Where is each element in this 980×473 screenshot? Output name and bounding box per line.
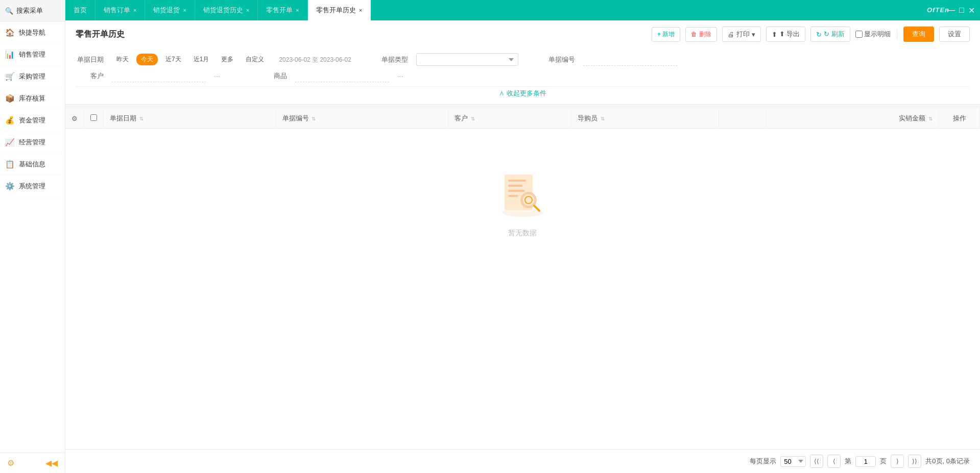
- column-settings-icon[interactable]: ⚙: [71, 115, 78, 122]
- tab-sales-return-history[interactable]: 销货退货历史 ×: [195, 0, 258, 20]
- tab-sales-return-close[interactable]: ×: [183, 7, 186, 13]
- collapse-sidebar-icon[interactable]: ◀◀: [45, 458, 58, 468]
- print-icon: 🖨: [728, 31, 734, 38]
- sidebar-item-label: 库存核算: [19, 94, 45, 103]
- filter-area: 单据日期 昨天 今天 近7天 近1月 更多 自定义 2023-06-02 至 2…: [76, 48, 970, 104]
- date-btn-today[interactable]: 今天: [136, 54, 158, 65]
- page-header: 零售开单历史 + 新增 🗑 删除 🖨 打印 ▾ ⬆ ⬆ 导出 ↻: [65, 20, 980, 105]
- home-icon: 🏠: [5, 28, 15, 37]
- goods-select-icon[interactable]: ···: [397, 72, 403, 80]
- sidebar: 🔍 搜索采单 🏠 快捷导航 📊 销售管理 🛒 采购管理 📦 库存核算 💰 资金管…: [0, 0, 65, 473]
- chart-icon: 📊: [5, 50, 15, 59]
- bill-no-input[interactable]: [583, 54, 677, 66]
- doc-icon: 📋: [5, 160, 15, 169]
- filter-row-2: 客户 ··· 商品 ···: [76, 70, 970, 82]
- refresh-button[interactable]: ↻ ↻ 刷新: [810, 27, 850, 42]
- date-filter-group: 昨天 今天 近7天 近1月 更多 自定义: [112, 54, 269, 65]
- sidebar-item-purchase-mgmt[interactable]: 🛒 采购管理: [0, 66, 65, 88]
- sidebar-item-label: 系统管理: [19, 182, 45, 191]
- per-page-select[interactable]: 10 20 50 100: [780, 456, 806, 467]
- window-close-btn[interactable]: ✕: [968, 6, 975, 15]
- tab-retail-open[interactable]: 零售开单 ×: [258, 0, 307, 20]
- display-detail-checkbox[interactable]: [855, 31, 863, 38]
- th-amount-sort[interactable]: ⇅: [928, 116, 933, 121]
- content-area: 零售开单历史 + 新增 🗑 删除 🖨 打印 ▾ ⬆ ⬆ 导出 ↻: [65, 20, 980, 473]
- th-checkbox[interactable]: [84, 109, 104, 129]
- search-menu-item[interactable]: 🔍 搜索采单: [0, 0, 65, 22]
- table-header-row: ⚙ 单据日期 ⇅ 单据编号 ⇅: [65, 109, 980, 129]
- bill-type-select[interactable]: [416, 53, 518, 66]
- print-button[interactable]: 🖨 打印 ▾: [722, 27, 761, 42]
- date-btn-last7[interactable]: 近7天: [161, 54, 186, 65]
- tab-retail-history-close[interactable]: ×: [359, 7, 362, 13]
- svg-rect-3: [508, 185, 522, 187]
- print-label: 打印: [736, 30, 750, 39]
- th-guide-label: 导购员: [578, 114, 597, 122]
- tab-home-label: 首页: [74, 6, 87, 15]
- sidebar-item-sales-mgmt[interactable]: 📊 销售管理: [0, 44, 65, 66]
- display-detail-toggle[interactable]: 显示明细: [855, 30, 891, 39]
- sidebar-item-finance[interactable]: 💰 资金管理: [0, 110, 65, 132]
- tab-retail-history[interactable]: 零售开单历史 ×: [308, 0, 371, 20]
- goods-input[interactable]: [295, 70, 389, 82]
- tab-bar: 首页 销售订单 × 销货退货 × 销货退货历史 × 零售开单 × 零售开单历史 …: [65, 0, 980, 20]
- customer-input[interactable]: [112, 70, 206, 82]
- tab-sales-order-close[interactable]: ×: [133, 7, 136, 13]
- export-button[interactable]: ⬆ ⬆ 导出: [766, 27, 806, 42]
- sidebar-item-label: 快捷导航: [19, 28, 45, 37]
- refresh-label: ↻ 刷新: [824, 30, 845, 39]
- sidebar-item-quick-nav[interactable]: 🏠 快捷导航: [0, 22, 65, 44]
- sidebar-item-basic-info[interactable]: 📋 基础信息: [0, 154, 65, 176]
- tab-retail-open-close[interactable]: ×: [296, 7, 299, 13]
- tab-sales-order[interactable]: 销售订单 ×: [95, 0, 145, 20]
- th-amount-label: 实销金额: [899, 114, 925, 122]
- th-guide: 导购员 ⇅: [571, 109, 719, 129]
- empty-illustration: [492, 169, 553, 220]
- th-date-sort[interactable]: ⇅: [139, 116, 144, 121]
- last-page-btn[interactable]: ⟩⟩: [908, 455, 921, 468]
- th-guide-sort[interactable]: ⇅: [601, 116, 605, 121]
- th-amount: 实销金额 ⇅: [767, 109, 939, 129]
- query-button[interactable]: 查询: [903, 27, 934, 42]
- settings-icon[interactable]: ⚙: [7, 458, 14, 468]
- first-page-btn[interactable]: ⟨⟨: [810, 455, 823, 468]
- date-btn-custom[interactable]: 自定义: [241, 54, 269, 65]
- select-all-checkbox[interactable]: [90, 114, 97, 121]
- money-icon: 💰: [5, 116, 15, 125]
- cart-icon: 🛒: [5, 72, 15, 81]
- bill-type-label: 单据类型: [380, 55, 408, 64]
- delete-button[interactable]: 🗑 删除: [685, 27, 716, 42]
- sidebar-footer: ⚙ ◀◀: [0, 453, 65, 473]
- date-btn-more[interactable]: 更多: [217, 54, 238, 65]
- th-no-sort[interactable]: ⇅: [312, 116, 316, 121]
- tab-home[interactable]: 首页: [65, 0, 95, 20]
- settings-button[interactable]: 设置: [939, 27, 970, 42]
- per-page-label: 每页显示: [750, 457, 776, 466]
- th-settings[interactable]: ⚙: [65, 109, 84, 129]
- add-button[interactable]: + 新增: [652, 27, 680, 42]
- prev-page-btn[interactable]: ⟨: [827, 455, 841, 468]
- tab-sales-return[interactable]: 销货退货 ×: [145, 0, 195, 20]
- table-body: 暂无数据: [65, 129, 980, 269]
- window-maximize-btn[interactable]: □: [959, 6, 964, 15]
- customer-select-icon[interactable]: ···: [214, 72, 220, 80]
- th-customer: 客户 ⇅: [448, 109, 571, 129]
- date-btn-yesterday[interactable]: 昨天: [112, 54, 133, 65]
- gear-icon: ⚙️: [5, 182, 15, 191]
- sidebar-nav: 🏠 快捷导航 📊 销售管理 🛒 采购管理 📦 库存核算 💰 资金管理 📈 经营管…: [0, 22, 65, 453]
- next-page-btn[interactable]: ⟩: [891, 455, 904, 468]
- customer-filter-label: 客户: [76, 71, 104, 81]
- sidebar-item-operations[interactable]: 📈 经营管理: [0, 132, 65, 154]
- th-customer-label: 客户: [455, 114, 468, 122]
- sidebar-item-inventory[interactable]: 📦 库存核算: [0, 88, 65, 110]
- date-btn-last-month[interactable]: 近1月: [189, 54, 214, 65]
- th-customer-sort[interactable]: ⇅: [471, 116, 475, 121]
- goods-filter-label: 商品: [259, 71, 287, 81]
- tab-sales-return-history-label: 销货退货历史: [203, 6, 243, 15]
- date-filter-label: 单据日期: [76, 55, 104, 64]
- tab-sales-return-history-close[interactable]: ×: [246, 7, 249, 13]
- th-spacer: [719, 109, 767, 129]
- current-page-input[interactable]: 1: [855, 456, 876, 467]
- collapse-filter-row[interactable]: ∧ 收起更多条件: [76, 86, 970, 100]
- sidebar-item-system[interactable]: ⚙️ 系统管理: [0, 176, 65, 197]
